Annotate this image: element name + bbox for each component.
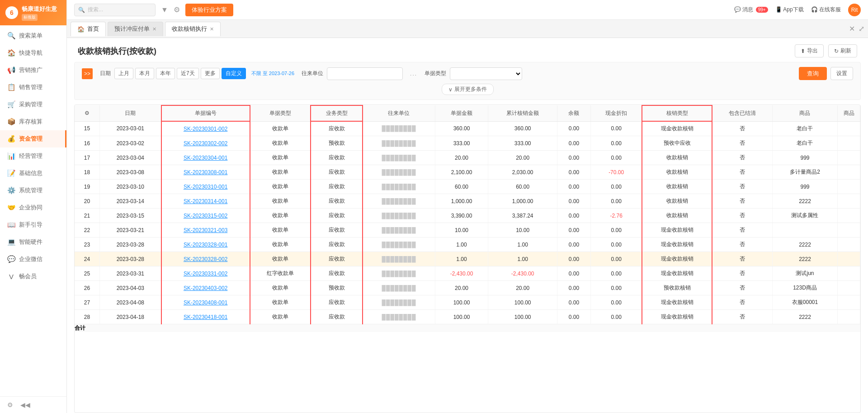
sidebar-item-guide[interactable]: 📖 新手引导 [0, 216, 66, 233]
tab-expand-icon[interactable]: ⤢ [859, 24, 864, 33]
filter-date-custom[interactable]: 自定义 [222, 68, 246, 79]
topbar-search-box[interactable]: 🔍 搜索... [74, 4, 156, 16]
sidebar-item-basic[interactable]: 📝 基础信息 [0, 165, 66, 182]
cell-date: 2023-03-01 [100, 121, 161, 136]
query-button[interactable]: 查询 [799, 67, 827, 80]
filter-expand-button[interactable]: >> [82, 68, 93, 79]
sidebar-item-inventory[interactable]: 📦 库存核算 [0, 113, 66, 130]
filter-settings-button[interactable]: 设置 [830, 67, 853, 80]
cell-amount: 20.00 [435, 281, 488, 295]
tab-close-all-icon[interactable]: ✕ [849, 24, 855, 33]
cell-goods: 2222 [772, 237, 837, 252]
col-header-voucher-type: 单据类型 [250, 105, 311, 121]
tab-verify[interactable]: 收款核销执行 ✕ [165, 22, 221, 36]
tab-prepay[interactable]: 预计冲应付单 ✕ [108, 22, 163, 36]
sidebar-collapse-icon[interactable]: ◀◀ [20, 401, 30, 408]
cell-voucher-no[interactable]: SK-20230315-002 [161, 209, 250, 223]
cell-voucher-no[interactable]: SK-20230408-001 [161, 295, 250, 310]
cell-biz-type: 应收款 [311, 223, 363, 237]
cell-date: 2023-04-03 [100, 281, 161, 295]
sidebar-item-enterprise[interactable]: 🤝 企业协同 [0, 199, 66, 216]
table-footer-row: 合计 [75, 324, 860, 332]
cell-verify-type: 收款核销 [642, 194, 712, 209]
cell-voucher-no[interactable]: SK-20230321-003 [161, 223, 250, 237]
message-area[interactable]: 💬 消息 99+ [734, 6, 768, 14]
sidebar-item-sales[interactable]: 📋 销售管理 [0, 79, 66, 96]
cell-include-settled: 否 [712, 237, 773, 252]
tab-home[interactable]: 🏠 首页 [71, 22, 106, 36]
sidebar-item-search[interactable]: 🔍 搜索菜单 [0, 27, 66, 44]
cell-voucher-no[interactable]: SK-20230403-002 [161, 281, 250, 295]
cell-date: 2023-04-18 [100, 310, 161, 324]
sidebar-item-wechat[interactable]: 💬 企业微信 [0, 251, 66, 268]
cell-date: 2023-03-28 [100, 237, 161, 252]
filter-partner-input[interactable] [327, 67, 403, 80]
cell-partner: ████████ [363, 237, 435, 252]
cell-voucher-no[interactable]: SK-20230418-001 [161, 310, 250, 324]
cell-voucher-no[interactable]: SK-20230314-001 [161, 194, 250, 209]
tab-prepay-close[interactable]: ✕ [152, 26, 156, 32]
export-icon: ⬆ [801, 48, 805, 54]
cell-voucher-no[interactable]: SK-20230304-001 [161, 151, 250, 165]
topbar-dropdown-icon[interactable]: ▼ [161, 6, 168, 14]
cell-voucher-no[interactable]: SK-20230301-002 [161, 121, 250, 136]
cell-goods2 [838, 295, 860, 310]
cell-voucher-no[interactable]: SK-20230328-002 [161, 252, 250, 266]
cell-goods: 多计量商品2 [772, 165, 837, 180]
logo-text: 畅康道好生意 标推版 [22, 5, 57, 21]
cell-voucher-no[interactable]: SK-20230331-002 [161, 266, 250, 281]
table-row: 152023-03-01SK-20230301-002收款单应收款███████… [75, 121, 860, 136]
cell-cumulative: 1.00 [488, 237, 557, 252]
sidebar-item-hardware[interactable]: 💻 智能硬件 [0, 233, 66, 251]
cell-voucher-no[interactable]: SK-20230308-001 [161, 165, 250, 180]
member-icon: V [7, 272, 15, 280]
online-service-area[interactable]: 🎧 在线客服 [811, 6, 841, 14]
expand-more-button[interactable]: ∨ 展开更多条件 [442, 84, 494, 95]
cell-voucher-no[interactable]: SK-20230302-002 [161, 136, 250, 151]
cell-seq: 24 [75, 252, 100, 266]
sidebar-item-marketing[interactable]: 📢 营销推广 [0, 62, 66, 79]
refresh-button[interactable]: ↻ 刷新 [828, 44, 857, 57]
cell-amount: 10.00 [435, 223, 488, 237]
cell-balance: 0.00 [557, 209, 591, 223]
sidebar-item-purchase[interactable]: 🛒 采购管理 [0, 96, 66, 113]
cell-biz-type: 应收款 [311, 121, 363, 136]
logo-area: 6 畅康道好生意 标推版 [0, 0, 66, 25]
sidebar-item-operations[interactable]: 📊 经营管理 [0, 147, 66, 165]
filter-date-7days[interactable]: 近7天 [177, 68, 199, 79]
cell-goods [772, 223, 837, 237]
filter-date-more[interactable]: 更多 [201, 68, 220, 79]
solution-button[interactable]: 体验行业方案 [185, 4, 233, 16]
cell-voucher-no[interactable]: SK-20230310-001 [161, 180, 250, 194]
cell-voucher-no[interactable]: SK-20230328-001 [161, 237, 250, 252]
cell-balance: 0.00 [557, 151, 591, 165]
cell-goods: 老白干 [772, 136, 837, 151]
cell-cumulative: 3,387.24 [488, 209, 557, 223]
cell-goods2 [838, 223, 860, 237]
sidebar-settings-icon[interactable]: ⚙ [7, 401, 13, 408]
cell-goods: 测试多属性 [772, 209, 837, 223]
export-button[interactable]: ⬆ 导出 [795, 44, 824, 57]
cell-cumulative: 100.00 [488, 295, 557, 310]
finance-icon: 💰 [7, 135, 15, 143]
sidebar-item-quicknav[interactable]: 🏠 快捷导航 [0, 44, 66, 62]
cell-amount: 20.00 [435, 151, 488, 165]
sidebar-item-system[interactable]: ⚙️ 系统管理 [0, 182, 66, 199]
cell-biz-type: 应收款 [311, 180, 363, 194]
cell-date: 2023-03-10 [100, 180, 161, 194]
cell-goods2 [838, 180, 860, 194]
filter-date-range: 不限 至 2023-07-26 [251, 70, 294, 77]
app-download-area[interactable]: 📱 App下载 [775, 6, 804, 14]
filter-date-this-month[interactable]: 本月 [135, 68, 154, 79]
filter-voucher-type-select[interactable] [450, 67, 522, 80]
col-header-biz-type: 业务类型 [311, 105, 363, 121]
sidebar-item-finance[interactable]: 💰 资金管理 [0, 130, 66, 147]
page-title: 收款核销执行(按收款) [78, 46, 156, 57]
cell-include-settled: 否 [712, 310, 773, 324]
filter-date-last-month[interactable]: 上月 [114, 68, 133, 79]
tab-verify-close[interactable]: ✕ [210, 26, 214, 32]
topbar-gear-icon[interactable]: ⚙ [174, 5, 180, 14]
filter-date-this-year[interactable]: 本年 [156, 68, 175, 79]
sidebar-item-member[interactable]: V 畅会员 [0, 268, 66, 285]
user-avatar[interactable]: Rit [848, 4, 861, 16]
